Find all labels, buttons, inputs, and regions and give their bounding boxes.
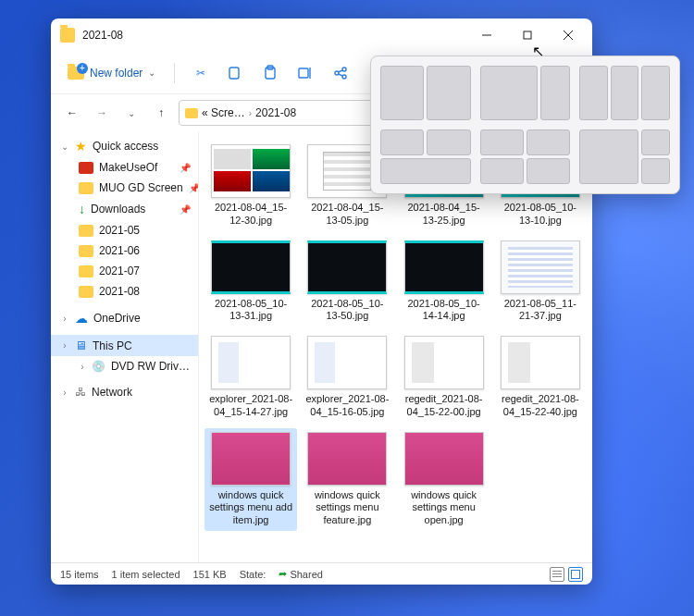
sidebar-item[interactable]: ↓Downloads📌	[51, 198, 198, 220]
cut-button[interactable]: ✂	[186, 60, 216, 86]
snap-zone[interactable]	[427, 66, 470, 120]
file-item[interactable]: 2021-08-04_15-12-30.jpg	[204, 141, 297, 231]
status-state-value: Shared	[290, 569, 322, 580]
snap-zone[interactable]	[380, 129, 424, 155]
snap-layout-left-stack[interactable]	[380, 129, 471, 184]
snap-zone[interactable]	[540, 66, 570, 120]
paste-button[interactable]	[254, 59, 286, 87]
expand-icon[interactable]: ›	[60, 340, 69, 351]
sidebar-item-label: MUO GD Screen	[99, 181, 183, 194]
folder-icon	[79, 182, 93, 194]
expand-icon[interactable]: ›	[60, 314, 69, 324]
snap-zone[interactable]	[480, 158, 524, 184]
snap-layout-quad[interactable]	[480, 129, 571, 184]
file-item[interactable]: 2021-08-05_11-21-37.jpg	[494, 237, 587, 327]
file-item[interactable]: explorer_2021-08-04_15-14-27.jpg	[204, 332, 297, 423]
sidebar-item-label: 2021-06	[99, 244, 140, 257]
snap-zone[interactable]	[480, 66, 538, 120]
sidebar-quick-access[interactable]: ⌄ ★ Quick access	[51, 135, 198, 157]
sidebar-this-pc[interactable]: › 🖥 This PC	[51, 335, 198, 356]
file-item[interactable]: regedit_2021-08-04_15-22-40.jpg	[494, 332, 587, 423]
close-button[interactable]	[548, 20, 589, 50]
snap-layout-half[interactable]	[380, 66, 471, 120]
file-item[interactable]: 2021-08-05_10-13-50.jpg	[301, 237, 393, 327]
file-item[interactable]: regedit_2021-08-04_15-22-00.jpg	[398, 332, 490, 423]
file-thumbnail	[307, 336, 387, 389]
snap-zone[interactable]	[641, 158, 670, 184]
snap-zone[interactable]	[641, 66, 670, 120]
snap-layouts-flyout	[370, 55, 680, 194]
svg-rect-7	[299, 68, 308, 78]
breadcrumb-seg[interactable]: « Scre…	[202, 106, 245, 119]
snap-zone[interactable]	[579, 129, 638, 184]
recent-locations-button[interactable]: ⌄	[119, 106, 143, 119]
sidebar-item[interactable]: MUO GD Screen📌	[51, 178, 198, 198]
snap-zone[interactable]	[527, 129, 570, 155]
file-name-label: regedit_2021-08-04_15-22-00.jpg	[402, 393, 487, 419]
file-thumbnail	[307, 432, 387, 486]
file-item[interactable]: 2021-08-05_10-13-31.jpg	[204, 237, 297, 327]
file-item[interactable]: windows quick settings menu feature.jpg	[301, 428, 393, 531]
snap-zone[interactable]	[380, 66, 424, 120]
snap-zone[interactable]	[611, 66, 639, 120]
file-thumbnail	[404, 240, 484, 294]
expand-icon[interactable]: ›	[60, 388, 69, 398]
snap-zone[interactable]	[427, 129, 470, 155]
sidebar-onedrive[interactable]: › ☁ OneDrive	[51, 307, 198, 329]
sidebar-item[interactable]: 2021-08	[51, 281, 198, 302]
pin-icon: 📌	[180, 163, 191, 173]
view-thumbnails-button[interactable]	[568, 567, 583, 582]
svg-rect-4	[229, 68, 239, 79]
share-button[interactable]	[325, 59, 356, 87]
file-item[interactable]: windows quick settings menu open.jpg	[398, 428, 490, 531]
expand-icon[interactable]: ›	[79, 362, 86, 372]
snap-zone[interactable]	[480, 129, 524, 155]
file-name-label: 2021-08-04_15-13-25.jpg	[402, 202, 487, 228]
sidebar-item[interactable]: MakeUseOf📌	[51, 157, 198, 178]
makeuseof-icon	[79, 162, 93, 174]
shared-icon: ➦	[279, 568, 287, 580]
copy-button[interactable]	[219, 59, 251, 87]
minimize-button[interactable]	[466, 20, 507, 50]
snap-zone[interactable]	[380, 158, 471, 184]
view-details-button[interactable]	[550, 567, 564, 582]
chevron-right-icon[interactable]: ›	[249, 108, 252, 118]
up-button[interactable]: ↑	[149, 106, 173, 119]
breadcrumb-seg[interactable]: 2021-08	[255, 106, 296, 119]
snap-zone[interactable]	[641, 129, 670, 155]
file-name-label: 2021-08-05_10-13-31.jpg	[208, 298, 293, 324]
sidebar-item[interactable]: 2021-07	[51, 261, 198, 281]
file-list[interactable]: 2021-08-04_15-12-30.jpg2021-08-04_15-13-…	[199, 131, 592, 562]
status-state-label: State:	[240, 569, 266, 580]
disc-icon: 💿	[92, 360, 105, 373]
pin-icon: 📌	[180, 204, 191, 215]
folder-icon	[79, 265, 93, 277]
file-item[interactable]: 2021-08-05_10-14-14.jpg	[398, 237, 490, 327]
star-icon: ★	[75, 139, 87, 154]
forward-button[interactable]: →	[90, 106, 114, 119]
back-button[interactable]: ←	[60, 106, 84, 119]
snap-layout-thirds[interactable]	[579, 66, 670, 120]
sidebar-item[interactable]: 2021-05	[51, 220, 198, 240]
svg-line-13	[339, 74, 343, 76]
folder-icon	[79, 245, 93, 257]
snap-layout-right-stack[interactable]	[579, 129, 670, 184]
snap-zone[interactable]	[579, 66, 608, 120]
onedrive-icon: ☁	[75, 311, 88, 326]
rename-button[interactable]	[290, 59, 321, 87]
file-item[interactable]: explorer_2021-08-04_15-16-05.jpg	[301, 332, 393, 423]
sidebar-item[interactable]: 2021-06	[51, 240, 198, 261]
chevron-down-icon: ⌄	[148, 68, 155, 78]
sidebar-item-label: MakeUseOf	[99, 161, 157, 174]
file-item[interactable]: windows quick settings menu add item.jpg	[204, 428, 297, 531]
file-name-label: 2021-08-05_10-13-50.jpg	[304, 298, 390, 324]
new-folder-button[interactable]: New folder ⌄	[60, 61, 163, 85]
sidebar-dvd-drive[interactable]: › 💿 DVD RW Drive (D:) A	[51, 356, 198, 376]
maximize-button[interactable]	[507, 20, 548, 50]
snap-zone[interactable]	[527, 158, 570, 184]
title-bar[interactable]: 2021-08	[51, 18, 592, 52]
snap-layout-two-thirds[interactable]	[480, 66, 571, 120]
sidebar-network[interactable]: › 🖧 Network	[51, 382, 198, 402]
expand-icon[interactable]: ⌄	[60, 142, 69, 152]
folder-icon	[60, 28, 75, 43]
